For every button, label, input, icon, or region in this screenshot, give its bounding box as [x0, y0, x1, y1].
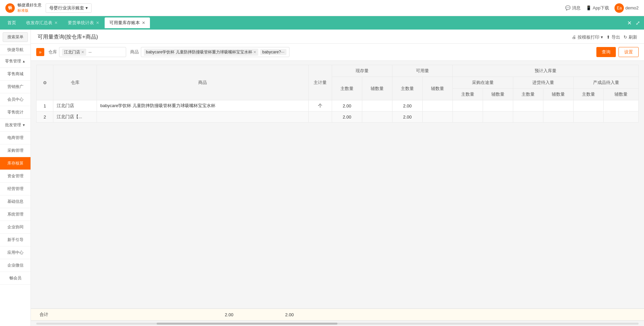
- pt-aux-th: 辅数量: [483, 89, 513, 100]
- pt-aux-cell: [483, 111, 513, 123]
- close-all-tabs-button[interactable]: ✕: [626, 18, 633, 28]
- main-layout: 搜索菜单 快捷导航 零售管理 ▲ 零售商城 营销推广 会员中心 零售统计 批发管…: [0, 30, 644, 326]
- export-button[interactable]: ⬆ 导出: [606, 34, 620, 40]
- settings-th[interactable]: ⚙: [37, 65, 53, 100]
- avail-qty-main-th: 主数量: [392, 77, 423, 100]
- footer-values: 2.00 2.00: [90, 312, 305, 317]
- tab-available-inventory[interactable]: 可用量库存账本 ✕: [105, 17, 150, 28]
- chevron-icon: ▼: [22, 123, 25, 127]
- sidebar-item-enterprise-wechat[interactable]: 企业微信: [0, 259, 31, 272]
- print-button[interactable]: 🖨 按模板打印 ▾: [572, 34, 603, 40]
- print-icon: 🖨: [572, 35, 576, 40]
- remove-warehouse-tag[interactable]: ✕: [81, 50, 84, 54]
- sidebar-item-retail-mgmt[interactable]: 零售管理 ▲: [0, 55, 31, 68]
- gear-icon: ⚙: [43, 80, 47, 85]
- logo-icon: 畅: [5, 3, 15, 13]
- sidebar-search: 搜索菜单: [0, 30, 31, 45]
- nav-tabs: 首页 收发存汇总表 ✕ 要货单统计表 ✕ 可用量库存账本 ✕ ✕ ⤢: [0, 16, 644, 30]
- product-th: 商品: [97, 65, 309, 100]
- sidebar-item-marketing[interactable]: 营销推广: [0, 81, 31, 93]
- more-options-icon[interactable]: ···: [88, 49, 91, 56]
- filter-toggle-button[interactable]: »: [36, 48, 44, 56]
- ap-aux-cell: [543, 100, 574, 111]
- sidebar-item-app-center[interactable]: 应用中心: [0, 246, 31, 259]
- total-avail-main: 2.00: [274, 312, 305, 317]
- warehouse-filter-group: 仓库 江北门店 ✕ ···: [48, 47, 126, 57]
- current-qty-aux-th: 辅数量: [362, 77, 392, 100]
- expected-inbound-th: 预计入库量: [453, 65, 639, 77]
- total-label: 合计: [36, 312, 90, 318]
- tab-home[interactable]: 首页: [3, 17, 21, 28]
- data-table: ⚙ 仓库 商品 主计量 现存量 可用量 预计入库量 主数量 辅数量 主数量 辅数…: [36, 65, 639, 123]
- app-download-button[interactable]: 📱 App下载: [586, 5, 609, 11]
- tab-close-icon[interactable]: ✕: [96, 20, 99, 25]
- chevron-icon: ▲: [22, 59, 25, 63]
- pt-main-cell: [453, 111, 483, 123]
- dropdown-icon: ▾: [601, 35, 603, 40]
- tab-close-icon[interactable]: ✕: [142, 20, 145, 25]
- expand-icon[interactable]: ⤢: [634, 18, 641, 28]
- current-main-cell: 2.00: [332, 100, 362, 111]
- pt-aux-cell: [483, 100, 513, 111]
- sidebar-item-member[interactable]: 畅会员: [0, 272, 31, 285]
- remove-product-tag-1[interactable]: ✕: [253, 50, 256, 54]
- refresh-icon: ↻: [624, 35, 627, 40]
- unit-cell: [309, 111, 332, 123]
- page-actions: 🖨 按模板打印 ▾ ⬆ 导出 ↻ 刷新: [572, 34, 637, 40]
- sidebar: 搜索菜单 快捷导航 零售管理 ▲ 零售商城 营销推广 会员中心 零售统计 批发管…: [0, 30, 31, 326]
- sidebar-item-purchase-mgmt[interactable]: 采购管理: [0, 144, 31, 157]
- pp-main-cell: [574, 111, 604, 123]
- table-container: ⚙ 仓库 商品 主计量 现存量 可用量 预计入库量 主数量 辅数量 主数量 辅数…: [31, 61, 644, 308]
- sidebar-item-new-guide[interactable]: 新手引导: [0, 234, 31, 246]
- available-th: 可用量: [392, 65, 453, 77]
- ap-main-cell: [513, 111, 543, 123]
- setting-button[interactable]: 设置: [619, 47, 639, 57]
- warehouse-input[interactable]: 江北门店 ✕ ···: [59, 47, 126, 57]
- industry-selector[interactable]: 母婴行业演示账套 ▾: [46, 3, 92, 13]
- seq-cell: 2: [37, 111, 53, 123]
- search-menu-button[interactable]: 搜索菜单: [3, 32, 28, 42]
- sidebar-item-inventory[interactable]: 库存核算: [0, 157, 31, 170]
- sidebar-item-ops-mgmt[interactable]: 经营管理: [0, 183, 31, 195]
- page-header: 可用量查询(按仓库+商品) 🖨 按模板打印 ▾ ⬆ 导出 ↻ 刷新: [31, 30, 644, 44]
- sidebar-item-retail-store[interactable]: 零售商城: [0, 68, 31, 81]
- mobile-icon: 📱: [586, 5, 591, 10]
- sidebar-item-sys-mgmt[interactable]: 系统管理: [0, 208, 31, 221]
- query-button[interactable]: 查询: [596, 47, 616, 57]
- user-menu[interactable]: Ea demo2: [614, 3, 639, 13]
- export-icon: ⬆: [606, 35, 610, 40]
- unit-th: 主计量: [309, 65, 332, 100]
- quick-nav-button[interactable]: 快捷导航: [0, 45, 31, 55]
- pp-aux-cell: [604, 111, 639, 123]
- message-button[interactable]: 💬 消息: [565, 5, 581, 11]
- sidebar-item-ecom-mgmt[interactable]: 电商管理: [0, 132, 31, 144]
- sidebar-item-member-center[interactable]: 会员中心: [0, 93, 31, 106]
- product-cell: babycare学饮杯 儿童防摔防撞吸管杯重力球吸嘴杯宝宝水杯: [97, 100, 309, 111]
- total-current-aux: [244, 312, 274, 317]
- tab-receive-summary[interactable]: 收发存汇总表 ✕: [21, 17, 62, 28]
- product-filter-group: 商品 babycare学饮杯 儿童防摔防撞吸管杯重力球吸嘴杯宝宝水杯 ✕ bab…: [130, 47, 289, 57]
- pp-aux-th: 辅数量: [604, 89, 639, 100]
- pt-main-cell: [453, 100, 483, 111]
- warehouse-cell: 江北门店: [53, 100, 97, 111]
- refresh-button[interactable]: ↻ 刷新: [624, 34, 637, 40]
- avail-main-cell: 2.00: [392, 100, 423, 111]
- sidebar-item-basic-info[interactable]: 基础信息: [0, 195, 31, 208]
- product-input[interactable]: babycare学饮杯 儿童防摔防撞吸管杯重力球吸嘴杯宝宝水杯 ✕ babyca…: [141, 47, 289, 57]
- current-stock-th: 现存量: [332, 65, 392, 77]
- production-pending-th: 产成品待入量: [574, 77, 639, 89]
- tab-order-stats[interactable]: 要货单统计表 ✕: [63, 17, 104, 28]
- scrollbar-area: [31, 321, 644, 326]
- sidebar-item-retail-stats[interactable]: 零售统计: [0, 106, 31, 119]
- purchase-transit-th: 采购在途量: [453, 77, 513, 89]
- sidebar-item-batch-mgmt[interactable]: 批发管理 ▼: [0, 119, 31, 132]
- sidebar-item-finance-mgmt[interactable]: 资金管理: [0, 170, 31, 183]
- avail-main-cell: 2.00: [392, 111, 423, 123]
- table-row: 1 江北门店 babycare学饮杯 儿童防摔防撞吸管杯重力球吸嘴杯宝宝水杯 个…: [37, 100, 639, 111]
- logo-text: 畅捷通好生意 标准版: [17, 3, 42, 13]
- nav-actions: ✕ ⤢: [626, 18, 641, 28]
- sidebar-item-enterprise[interactable]: 企业协同: [0, 221, 31, 234]
- scrollbar-thumb[interactable]: [157, 323, 337, 325]
- horizontal-scrollbar[interactable]: [36, 323, 639, 325]
- tab-close-icon[interactable]: ✕: [54, 20, 58, 25]
